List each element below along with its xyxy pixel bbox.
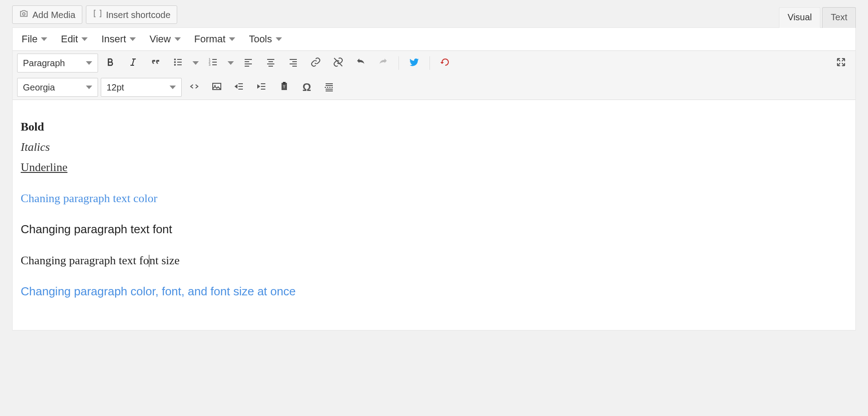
toolbar-separator bbox=[430, 56, 430, 70]
svg-rect-9 bbox=[283, 82, 286, 84]
code-icon bbox=[189, 81, 200, 94]
refresh-icon bbox=[440, 57, 451, 69]
shortcode-icon bbox=[93, 9, 103, 21]
svg-point-1 bbox=[174, 61, 176, 63]
font-size-value: 12pt bbox=[107, 82, 124, 93]
readmore-icon bbox=[324, 81, 335, 94]
menu-insert[interactable]: Insert bbox=[98, 32, 139, 47]
twitter-button[interactable] bbox=[404, 54, 424, 72]
numbered-list-button[interactable]: 123 bbox=[203, 54, 223, 72]
menu-format[interactable]: Format bbox=[192, 32, 238, 47]
chevron-down-icon bbox=[81, 37, 88, 41]
ul-icon bbox=[173, 57, 183, 69]
editor-mode-tabs: Visual Text bbox=[779, 7, 856, 28]
special-char-button[interactable]: Ω bbox=[297, 78, 317, 97]
outdent-button[interactable] bbox=[229, 78, 249, 97]
toolbar-row-2: Georgia 12pt T Ω bbox=[13, 75, 855, 99]
outdent-icon bbox=[234, 81, 245, 94]
omega-icon: Ω bbox=[302, 81, 311, 94]
tab-visual[interactable]: Visual bbox=[779, 7, 820, 28]
bold-button[interactable] bbox=[101, 54, 121, 72]
editor-content[interactable]: BoldItalicsUnderlineChaning paragraph te… bbox=[13, 100, 855, 330]
insert-image-button[interactable] bbox=[207, 78, 227, 97]
svg-point-0 bbox=[174, 59, 176, 60]
refresh-button[interactable] bbox=[435, 54, 455, 72]
document-line[interactable]: Bold bbox=[21, 118, 847, 136]
document-line[interactable]: Underline bbox=[21, 158, 847, 176]
bold-icon bbox=[105, 57, 116, 69]
svg-text:3: 3 bbox=[209, 63, 210, 66]
undo-button[interactable] bbox=[351, 54, 371, 72]
align-right-button[interactable] bbox=[283, 54, 303, 72]
read-more-button[interactable] bbox=[319, 78, 339, 97]
document-line[interactable]: Changing paragraph color, font, and font… bbox=[21, 283, 847, 300]
document-line[interactable]: Italics bbox=[21, 138, 847, 156]
image-icon bbox=[211, 81, 222, 94]
svg-point-2 bbox=[174, 64, 176, 66]
blockquote-button[interactable] bbox=[146, 54, 166, 72]
twitter-icon bbox=[409, 57, 420, 69]
format-select-value: Paragraph bbox=[23, 58, 65, 68]
font-size-select[interactable]: 12pt bbox=[101, 78, 182, 97]
numbered-list-dropdown[interactable] bbox=[226, 54, 236, 72]
italic-icon bbox=[128, 57, 139, 69]
align-right-icon bbox=[288, 57, 299, 69]
ol-icon: 123 bbox=[208, 57, 219, 69]
italic-button[interactable] bbox=[123, 54, 143, 72]
menu-tools[interactable]: Tools bbox=[246, 32, 284, 47]
format-select[interactable]: Paragraph bbox=[17, 54, 98, 72]
bullet-list-button[interactable] bbox=[168, 54, 188, 72]
insert-shortcode-button[interactable]: Insert shortcode bbox=[86, 5, 177, 24]
menu-edit[interactable]: Edit bbox=[58, 32, 90, 47]
document-line[interactable]: Chaning paragraph text color bbox=[21, 190, 847, 207]
toolbar-separator bbox=[398, 56, 399, 70]
chevron-down-icon bbox=[41, 37, 47, 41]
quote-icon bbox=[150, 57, 161, 69]
source-code-button[interactable] bbox=[184, 78, 204, 97]
link-button[interactable] bbox=[306, 54, 326, 72]
font-family-value: Georgia bbox=[23, 82, 55, 93]
chevron-down-icon bbox=[276, 37, 282, 41]
indent-button[interactable] bbox=[252, 78, 272, 97]
add-media-button[interactable]: Add Media bbox=[12, 5, 82, 24]
fullscreen-icon bbox=[836, 57, 846, 69]
redo-button[interactable] bbox=[373, 54, 393, 72]
unlink-button[interactable] bbox=[328, 54, 348, 72]
toolbar-row-1: Paragraph 123 bbox=[13, 51, 855, 75]
chevron-down-icon bbox=[229, 37, 235, 41]
fullscreen-button[interactable] bbox=[831, 54, 851, 72]
chevron-down-icon bbox=[86, 86, 92, 89]
align-left-button[interactable] bbox=[238, 54, 258, 72]
align-left-icon bbox=[243, 57, 254, 69]
document-line[interactable]: Changing paragraph text font size bbox=[21, 252, 847, 269]
chevron-down-icon bbox=[192, 61, 199, 65]
tab-text[interactable]: Text bbox=[822, 7, 856, 28]
link-icon bbox=[310, 57, 321, 69]
insert-shortcode-label: Insert shortcode bbox=[106, 9, 170, 20]
chevron-down-icon bbox=[174, 37, 181, 41]
menu-file[interactable]: File bbox=[19, 32, 50, 47]
paste-text-button[interactable]: T bbox=[274, 78, 294, 97]
redo-icon bbox=[378, 57, 389, 69]
camera-music-icon bbox=[19, 9, 29, 21]
font-family-select[interactable]: Georgia bbox=[17, 78, 98, 97]
bullet-list-dropdown[interactable] bbox=[191, 54, 201, 72]
editor-menubar: File Edit Insert View Format Tools bbox=[13, 28, 855, 51]
unlink-icon bbox=[333, 57, 344, 69]
chevron-down-icon bbox=[170, 86, 176, 89]
svg-text:T: T bbox=[283, 85, 286, 89]
menu-view[interactable]: View bbox=[147, 32, 183, 47]
clipboard-icon: T bbox=[279, 81, 290, 94]
document-line[interactable]: Changing paragraph text font bbox=[21, 221, 847, 238]
chevron-down-icon bbox=[130, 37, 136, 41]
add-media-label: Add Media bbox=[32, 9, 76, 20]
align-center-button[interactable] bbox=[261, 54, 281, 72]
align-center-icon bbox=[265, 57, 276, 69]
chevron-down-icon bbox=[228, 61, 234, 65]
chevron-down-icon bbox=[86, 61, 92, 65]
indent-icon bbox=[256, 81, 267, 94]
undo-icon bbox=[355, 57, 366, 69]
